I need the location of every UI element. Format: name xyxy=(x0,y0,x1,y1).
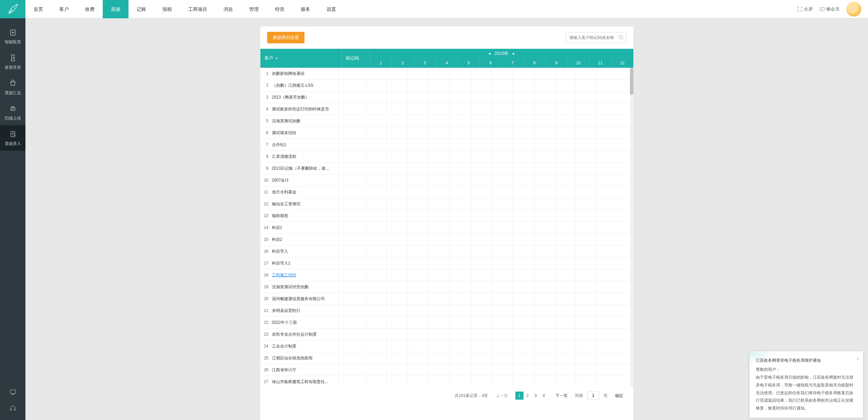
row-month-cell[interactable] xyxy=(555,281,576,293)
row-month-cell[interactable] xyxy=(597,198,618,210)
row-month-cell[interactable] xyxy=(408,163,429,174)
sidebar-item-3[interactable]: 扫描上传 xyxy=(0,100,25,125)
row-month-cell[interactable] xyxy=(387,151,408,163)
col-month-9[interactable]: 9 xyxy=(546,58,568,68)
row-month-cell[interactable] xyxy=(576,281,597,293)
row-month-cell[interactable] xyxy=(471,293,492,305)
row-month-cell[interactable] xyxy=(366,103,387,115)
row-month-cell[interactable] xyxy=(408,364,429,376)
row-month-cell[interactable] xyxy=(534,329,555,340)
row-month-cell[interactable] xyxy=(471,103,492,115)
col-month-4[interactable]: 4 xyxy=(436,58,458,68)
row-month-cell[interactable] xyxy=(597,269,618,281)
row-month-cell[interactable] xyxy=(450,269,471,281)
row-month-cell[interactable] xyxy=(492,257,513,269)
row-month-cell[interactable] xyxy=(492,115,513,127)
pager-prev-button[interactable]: 上一页 xyxy=(492,392,511,400)
row-month-cell[interactable] xyxy=(534,234,555,246)
row-month-cell[interactable] xyxy=(513,246,534,257)
table-row[interactable]: 25江都区仙女镇泡泡面馆 xyxy=(260,352,633,364)
col-customer[interactable]: 客户 ▾ xyxy=(260,49,342,68)
row-month-cell[interactable] xyxy=(492,80,513,91)
row-month-cell[interactable] xyxy=(408,281,429,293)
row-month-cell[interactable] xyxy=(555,103,576,115)
row-month-cell[interactable] xyxy=(534,317,555,329)
headset-icon[interactable] xyxy=(8,404,18,413)
row-month-cell[interactable] xyxy=(387,115,408,127)
row-month-cell[interactable] xyxy=(471,257,492,269)
row-month-cell[interactable] xyxy=(597,246,618,257)
row-month-cell[interactable] xyxy=(471,91,492,103)
row-month-cell[interactable] xyxy=(597,151,618,163)
row-month-cell[interactable] xyxy=(366,293,387,305)
row-month-cell[interactable] xyxy=(387,139,408,151)
table-row[interactable]: 92013日记账（不要删除哈，谢... xyxy=(260,163,633,174)
row-month-cell[interactable] xyxy=(366,222,387,234)
table-row[interactable]: 21东明县设置鞋行 xyxy=(260,305,633,317)
row-month-cell[interactable] xyxy=(387,257,408,269)
row-month-cell[interactable] xyxy=(492,68,513,80)
row-month-cell[interactable] xyxy=(387,376,408,386)
row-month-cell[interactable] xyxy=(597,174,618,186)
row-month-cell[interactable] xyxy=(513,340,534,352)
row-month-cell[interactable] xyxy=(450,139,471,151)
table-row[interactable]: 23农民专业合作社会计制度 xyxy=(260,329,633,340)
row-month-cell[interactable] xyxy=(366,139,387,151)
topnav-item-5[interactable]: 报税 xyxy=(154,0,180,18)
row-month-cell[interactable] xyxy=(492,281,513,293)
row-month-cell[interactable] xyxy=(471,222,492,234)
row-month-cell[interactable] xyxy=(366,80,387,91)
row-month-cell[interactable] xyxy=(492,269,513,281)
row-month-cell[interactable] xyxy=(597,139,618,151)
row-month-cell[interactable] xyxy=(576,376,597,386)
row-month-cell[interactable] xyxy=(534,364,555,376)
row-month-cell[interactable] xyxy=(387,352,408,364)
row-month-cell[interactable] xyxy=(471,269,492,281)
row-month-cell[interactable] xyxy=(387,364,408,376)
row-month-cell[interactable] xyxy=(492,293,513,305)
row-month-cell[interactable] xyxy=(429,115,450,127)
row-month-cell[interactable] xyxy=(492,376,513,386)
row-month-cell[interactable] xyxy=(597,257,618,269)
row-month-cell[interactable] xyxy=(387,198,408,210)
row-month-cell[interactable] xyxy=(513,234,534,246)
row-month-cell[interactable] xyxy=(429,198,450,210)
row-month-cell[interactable] xyxy=(471,80,492,91)
row-month-cell[interactable] xyxy=(408,91,429,103)
table-row[interactable]: 4测试账套的凭证打印的时候是否 xyxy=(260,103,633,115)
row-month-cell[interactable] xyxy=(429,151,450,163)
table-row[interactable]: 24工会会计制度 xyxy=(260,340,633,352)
row-month-cell[interactable] xyxy=(366,186,387,198)
row-month-cell[interactable] xyxy=(408,305,429,317)
row-month-cell[interactable] xyxy=(534,91,555,103)
row-month-cell[interactable] xyxy=(366,329,387,340)
table-row[interactable]: 12杨仙女工资测试 xyxy=(260,198,633,210)
row-month-cell[interactable] xyxy=(450,91,471,103)
row-month-cell[interactable] xyxy=(408,340,429,352)
row-month-cell[interactable] xyxy=(450,68,471,80)
row-month-cell[interactable] xyxy=(576,222,597,234)
row-month-cell[interactable] xyxy=(429,246,450,257)
row-month-cell[interactable] xyxy=(492,305,513,317)
row-month-cell[interactable] xyxy=(492,222,513,234)
row-month-cell[interactable] xyxy=(429,174,450,186)
row-month-cell[interactable] xyxy=(471,127,492,139)
row-month-cell[interactable] xyxy=(492,317,513,329)
row-month-cell[interactable] xyxy=(492,151,513,163)
row-month-cell[interactable] xyxy=(366,115,387,127)
fullscreen-button[interactable]: 全屏 xyxy=(797,6,813,12)
row-month-cell[interactable] xyxy=(534,210,555,222)
row-month-cell[interactable] xyxy=(555,376,576,386)
row-month-cell[interactable] xyxy=(597,376,618,386)
row-month-cell[interactable] xyxy=(429,163,450,174)
row-month-cell[interactable] xyxy=(471,186,492,198)
row-month-cell[interactable] xyxy=(597,293,618,305)
row-month-cell[interactable] xyxy=(387,329,408,340)
row-month-cell[interactable] xyxy=(387,340,408,352)
row-month-cell[interactable] xyxy=(597,91,618,103)
row-month-cell[interactable] xyxy=(555,293,576,305)
row-month-cell[interactable] xyxy=(408,222,429,234)
row-month-cell[interactable] xyxy=(555,80,576,91)
row-month-cell[interactable] xyxy=(387,91,408,103)
row-month-cell[interactable] xyxy=(576,210,597,222)
